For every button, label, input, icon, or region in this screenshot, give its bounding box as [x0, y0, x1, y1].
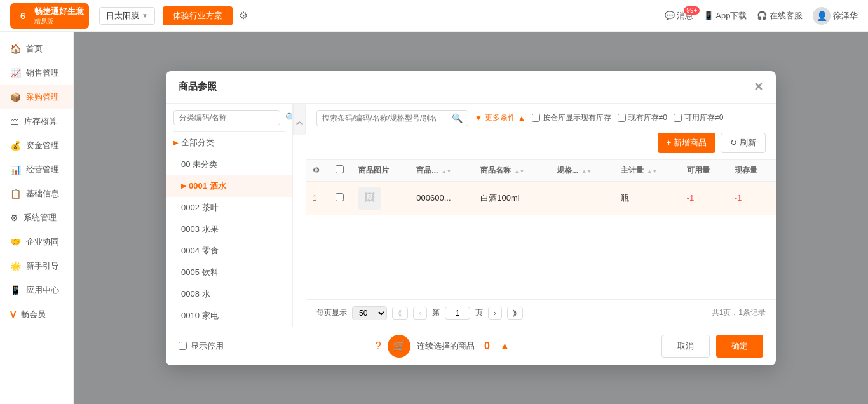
sidebar-item-basic[interactable]: 📋 基础信息 [0, 182, 73, 206]
checkbox-stock-nonzero-input[interactable] [618, 114, 626, 122]
row-num: 1 [306, 181, 329, 215]
sales-icon: 📈 [10, 68, 21, 78]
col-checkbox[interactable] [329, 160, 352, 182]
refresh-btn[interactable]: ↻ 刷新 [721, 133, 766, 153]
footer-right: 取消 确定 [661, 335, 763, 358]
company-selector[interactable]: 日太阳膜 ▼ [99, 7, 155, 25]
show-disabled-label[interactable]: 显示停用 [179, 340, 224, 352]
sort-spec-icon[interactable]: ▲▼ [581, 170, 592, 173]
category-search-input[interactable] [173, 110, 280, 125]
cat-item-0001[interactable]: ▶ 0001 酒水 [166, 175, 292, 197]
sidebar-item-sales[interactable]: 📈 销售管理 [0, 61, 73, 85]
sidebar-item-inventory[interactable]: 🗃 库存核算 [0, 109, 73, 133]
app-download-label: App下载 [715, 11, 747, 20]
collapse-cat-button[interactable]: 《《 [293, 104, 306, 135]
row-select-checkbox[interactable] [336, 193, 344, 201]
sort-name-icon[interactable]: ▲▼ [515, 170, 525, 173]
show-disabled-checkbox[interactable] [179, 342, 187, 350]
col-stock: 现存量 [728, 160, 776, 182]
user-menu[interactable]: 👤 徐泽华 [813, 7, 858, 25]
cart-count: 0 [481, 340, 494, 352]
sidebar-item-home[interactable]: 🏠 首页 [0, 37, 73, 61]
category-search-icon[interactable]: 🔍 [283, 111, 293, 124]
checkbox-stock-nonzero[interactable]: 现有库存≠0 [618, 112, 667, 123]
product-thumbnail: 🖼 [358, 187, 381, 210]
sidebar-item-collab[interactable]: 🤝 企业协同 [0, 230, 73, 254]
checkbox-usable-nonzero-input[interactable] [674, 114, 682, 122]
col-code[interactable]: 商品... ▲▼ [410, 160, 474, 182]
checkbox-usable-nonzero[interactable]: 可用库存≠0 [674, 112, 723, 123]
cat-item-0005[interactable]: 0005 饮料 [166, 262, 292, 283]
apps-icon: 📱 [10, 285, 21, 295]
sidebar-item-guide-label: 新手引导 [26, 260, 59, 272]
select-all-checkbox[interactable] [336, 165, 344, 173]
col-unit[interactable]: 主计量 ▲▼ [614, 160, 681, 182]
row-stock: -1 [728, 181, 776, 215]
app-download-nav[interactable]: 📱 App下载 [703, 10, 747, 22]
category-list: ▶ 全部分类 00 未分类 ▶ 0001 酒水 [166, 132, 292, 327]
checkbox-by-warehouse[interactable]: 按仓库显示现有库存 [532, 112, 611, 123]
cat-item-all[interactable]: ▶ 全部分类 [166, 132, 292, 154]
sort-unit-icon[interactable]: ▲▼ [647, 170, 657, 173]
per-page-select[interactable]: 50 100 [352, 306, 387, 320]
table-row[interactable]: 1 🖼 000600... 白酒100ml [306, 181, 776, 215]
cat-item-0010[interactable]: 0010 家电 [166, 305, 292, 327]
sidebar-item-purchase[interactable]: 📦 采购管理 [0, 85, 73, 109]
cat-item-0003[interactable]: 0003 水果 [166, 219, 292, 240]
pagination-bar: 每页显示 50 100 ⟪ ‹ 第 页 › ⟫ 共 [306, 299, 776, 327]
cat-item-0[interactable]: 00 未分类 [166, 154, 292, 175]
cart-icon[interactable]: 🛒 [388, 335, 410, 358]
add-product-btn[interactable]: + 新增商品 [658, 133, 715, 153]
sidebar-item-finance[interactable]: 💰 资金管理 [0, 133, 73, 158]
modal-header: 商品参照 ✕ [166, 71, 776, 104]
help-icon[interactable]: ? [376, 340, 381, 352]
inventory-icon: 🗃 [10, 116, 19, 126]
refresh-icon: ↻ [730, 138, 737, 147]
cat-item-0008[interactable]: 0008 水 [166, 283, 292, 305]
close-icon[interactable]: ✕ [754, 80, 763, 94]
product-search-icon[interactable]: 🔍 [452, 113, 463, 123]
confirm-btn[interactable]: 确定 [716, 335, 763, 358]
page-suffix-label: 页 [475, 307, 483, 318]
product-reference-modal: 商品参照 ✕ 🔍 [166, 71, 776, 365]
product-search-box: 🔍 [316, 110, 468, 126]
modal-title: 商品参照 [179, 81, 217, 93]
sidebar-item-guide[interactable]: 🌟 新手引导 [0, 254, 73, 278]
filter-more-btn[interactable]: ▼ 更多条件 ▲ [475, 112, 526, 123]
logo[interactable]: 6 畅捷通好生意 精易版 [10, 3, 89, 29]
col-name[interactable]: 商品名称 ▲▼ [474, 160, 550, 182]
page-last-btn[interactable]: ⟫ [507, 307, 523, 320]
page-input[interactable] [445, 307, 470, 320]
sidebar-item-apps[interactable]: 📱 应用中心 [0, 278, 73, 302]
sidebar-item-finance-label: 资金管理 [26, 140, 59, 151]
collapse-cart-icon[interactable]: ▲ [500, 340, 510, 352]
sidebar-item-sales-label: 销售管理 [26, 67, 59, 79]
checkbox-by-warehouse-input[interactable] [532, 114, 540, 122]
sidebar-item-inventory-label: 库存核算 [24, 116, 57, 127]
row-checkbox[interactable] [329, 181, 352, 215]
row-code: 000600... [410, 181, 474, 215]
cat-item-0002[interactable]: 0002 茶叶 [166, 197, 292, 219]
product-table-area: ⚙ 商品图片 商品... ▲▼ 商品名称 [306, 160, 776, 299]
system-icon: ⚙ [10, 213, 18, 223]
cancel-btn[interactable]: 取消 [661, 335, 710, 358]
sidebar-item-business[interactable]: 📊 经营管理 [0, 158, 73, 182]
page-first-btn[interactable]: ⟪ [392, 307, 408, 320]
sidebar-item-system[interactable]: ⚙ 系统管理 [0, 206, 73, 230]
gear-icon[interactable]: ⚙ [239, 10, 248, 22]
checkbox-stock-nonzero-label: 现有库存≠0 [628, 112, 667, 123]
page-prev-btn[interactable]: ‹ [413, 307, 427, 320]
online-service-nav[interactable]: 🎧 在线客服 [757, 10, 803, 22]
sidebar-item-purchase-label: 采购管理 [26, 91, 59, 103]
sidebar-item-vip[interactable]: V 畅会员 [0, 302, 73, 327]
sort-code-icon[interactable]: ▲▼ [442, 170, 452, 173]
experience-btn[interactable]: 体验行业方案 [163, 6, 233, 25]
page-next-btn[interactable]: › [488, 307, 502, 320]
expand-icon: ▶ [173, 139, 179, 146]
cat-item-0004[interactable]: 0004 零食 [166, 240, 292, 262]
col-settings[interactable]: ⚙ [306, 160, 329, 182]
username-label: 徐泽华 [833, 10, 858, 22]
col-spec[interactable]: 规格... ▲▼ [550, 160, 614, 182]
message-nav[interactable]: 💬 消息 99+ [665, 10, 694, 22]
product-search-input[interactable] [322, 114, 449, 123]
